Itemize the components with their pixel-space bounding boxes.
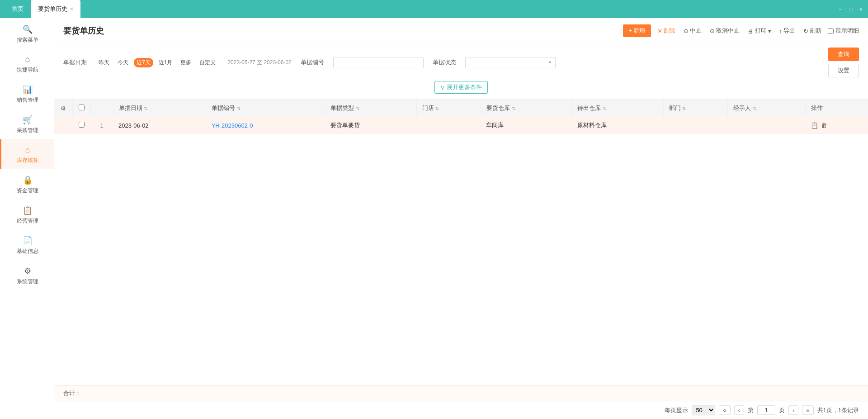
date-btn-7days[interactable]: 近7天 — [134, 58, 153, 67]
page-label: 第 — [748, 406, 754, 414]
sidebar-item-inventory[interactable]: ⌂ 库存核算 — [0, 139, 54, 169]
row-handler — [727, 117, 805, 134]
doc-no-input[interactable] — [333, 57, 424, 68]
edit-action-icon[interactable]: 📋 — [811, 122, 818, 129]
maximize-icon[interactable]: □ — [849, 6, 853, 13]
col-doc-date[interactable]: 单据日期 ⇅ — [113, 100, 206, 117]
select-all-checkbox[interactable] — [79, 105, 85, 110]
query-button[interactable]: 查询 — [828, 48, 859, 61]
data-table: ⚙ 单据日期 ⇅ 单据编号 ⇅ — [54, 100, 868, 134]
sidebar-item-finance-mgmt[interactable]: 🔒 资金管理 — [0, 169, 54, 199]
home-tab-label: 首页 — [12, 5, 24, 13]
sidebar-item-quick-nav[interactable]: ⌂ 快捷导航 — [0, 48, 54, 78]
date-btn-more[interactable]: 更多 — [178, 58, 194, 67]
per-page-select[interactable]: 50 100 200 — [692, 405, 715, 415]
per-page-label: 每页显示 — [665, 406, 688, 414]
row-doc-date: 2023-06-02 — [113, 117, 206, 134]
last-page-button[interactable]: » — [802, 405, 813, 415]
filter-dates: 昨天 今天 近7天 近1月 更多 自定义 — [96, 58, 218, 67]
sort-handler-icon[interactable]: ⇅ — [753, 106, 756, 111]
sidebar-item-sales-mgmt-label: 销售管理 — [17, 96, 38, 104]
date-btn-custom[interactable]: 自定义 — [197, 58, 218, 67]
display-detail-checkbox-wrapper[interactable]: 显示明细 — [828, 27, 859, 35]
sidebar-item-system-mgmt[interactable]: ⚙ 系统管理 — [0, 260, 54, 290]
quick-nav-icon: ⌂ — [25, 55, 30, 64]
toolbar: + 新增 ✕ 删除 ⊙ 中止 ⊙ 取消中止 🖨 打印 ▾ — [623, 24, 859, 37]
pagination: 每页显示 50 100 200 « ‹ 第 页 › » 共1页，1条记录 — [54, 401, 868, 419]
main-layout: 🔍 搜索菜单 ⌂ 快捷导航 📊 销售管理 🛒 采购管理 ⌂ 库存核算 🔒 资金管… — [0, 18, 868, 419]
date-btn-today[interactable]: 今天 — [115, 58, 131, 67]
new-button[interactable]: + 新增 — [623, 24, 651, 37]
col-dept[interactable]: 部门 ⇅ — [663, 100, 727, 117]
sidebar-item-ops-mgmt-label: 经营管理 — [17, 217, 38, 225]
sidebar-item-purchase-mgmt-label: 采购管理 — [17, 127, 38, 134]
delete-button[interactable]: ✕ 删除 — [656, 26, 677, 36]
display-detail-checkbox[interactable] — [828, 28, 834, 34]
top-bar: 首页 要货单历史 × － □ × — [0, 0, 868, 18]
doc-date-label: 单据日期 — [63, 58, 87, 67]
page-input[interactable] — [757, 405, 775, 415]
sidebar-item-quick-nav-label: 快捷导航 — [17, 66, 38, 74]
prev-page-button[interactable]: ‹ — [734, 405, 744, 415]
cancel-stop-button[interactable]: ⊙ 取消中止 — [708, 26, 741, 36]
col-actions: 操作 — [805, 100, 868, 117]
doc-status-select[interactable] — [465, 57, 556, 68]
sidebar-item-basic-info[interactable]: 📄 基础信息 — [0, 229, 54, 260]
active-tab[interactable]: 要货单历史 × — [31, 0, 80, 18]
top-bar-right: － □ × — [837, 5, 868, 13]
page-title: 要货单历史 — [63, 25, 104, 36]
expand-more-icon: ∨ — [440, 84, 445, 91]
active-tab-label: 要货单历史 — [38, 5, 67, 13]
sort-store-icon[interactable]: ⇅ — [435, 106, 439, 111]
col-doc-no[interactable]: 单据编号 ⇅ — [206, 100, 325, 117]
col-wait-warehouse[interactable]: 待出仓库 ⇅ — [572, 100, 663, 117]
sort-doc-date-icon[interactable]: ⇅ — [144, 106, 147, 111]
date-btn-1month[interactable]: 近1月 — [156, 58, 175, 67]
row-select-checkbox[interactable] — [79, 122, 85, 128]
export-button[interactable]: ↑ 导出 — [778, 26, 797, 36]
close-window-icon[interactable]: × — [859, 6, 863, 13]
print-dropdown-icon[interactable]: ▾ — [768, 28, 771, 34]
sidebar-item-purchase-mgmt[interactable]: 🛒 采购管理 — [0, 109, 54, 139]
sort-dept-icon[interactable]: ⇅ — [682, 106, 686, 111]
expand-more-button[interactable]: ∨ 展开更多条件 — [434, 81, 488, 94]
first-page-button[interactable]: « — [719, 405, 730, 415]
system-mgmt-icon: ⚙ — [24, 266, 31, 276]
close-tab-icon[interactable]: × — [70, 6, 73, 12]
doc-no-link[interactable]: YH-20230602-0 — [212, 122, 253, 129]
col-num — [90, 100, 113, 117]
row-req-warehouse: 车间库 — [481, 117, 571, 134]
sidebar-item-inventory-label: 库存核算 — [17, 157, 38, 164]
col-handler[interactable]: 经手人 ⇅ — [727, 100, 805, 117]
col-store[interactable]: 门店 ⇅ — [416, 100, 481, 117]
stop-icon: ⊙ — [684, 28, 689, 34]
sidebar-item-search-menu[interactable]: 🔍 搜索菜单 — [0, 18, 54, 48]
delete-action-icon[interactable]: 🗑 — [821, 122, 827, 129]
cancel-stop-icon: ⊙ — [710, 28, 715, 34]
inventory-icon: ⌂ — [25, 145, 30, 155]
row-settings — [54, 117, 72, 134]
settings-button[interactable]: 设置 — [828, 64, 859, 77]
next-page-button[interactable]: › — [788, 405, 798, 415]
sidebar-item-search-menu-label: 搜索菜单 — [17, 36, 38, 44]
stop-button[interactable]: ⊙ 中止 — [682, 26, 703, 36]
home-tab[interactable]: 首页 — [5, 0, 31, 18]
filter-area: 单据日期 昨天 今天 近7天 近1月 更多 自定义 2023-05-27 至 2… — [54, 42, 868, 100]
print-button[interactable]: 🖨 打印 ▾ — [746, 26, 773, 36]
sort-req-warehouse-icon[interactable]: ⇅ — [512, 106, 515, 111]
sort-doc-type-icon[interactable]: ⇅ — [356, 106, 359, 111]
refresh-button[interactable]: ↻ 刷新 — [802, 26, 823, 36]
col-settings[interactable]: ⚙ — [54, 100, 72, 117]
col-doc-type[interactable]: 单据类型 ⇅ — [325, 100, 416, 117]
col-req-warehouse[interactable]: 要货仓库 ⇅ — [481, 100, 571, 117]
date-btn-yesterday[interactable]: 昨天 — [96, 58, 112, 67]
display-detail-label: 显示明细 — [835, 27, 859, 35]
sidebar-item-sales-mgmt[interactable]: 📊 销售管理 — [0, 78, 54, 109]
sidebar-item-ops-mgmt[interactable]: 📋 经营管理 — [0, 199, 54, 229]
sum-label: 合计： — [63, 390, 81, 396]
minimize-icon[interactable]: － — [837, 5, 843, 13]
sort-doc-no-icon[interactable]: ⇅ — [237, 106, 241, 111]
row-checkbox — [72, 117, 90, 134]
sort-wait-warehouse-icon[interactable]: ⇅ — [603, 106, 606, 111]
col-checkbox — [72, 100, 90, 117]
